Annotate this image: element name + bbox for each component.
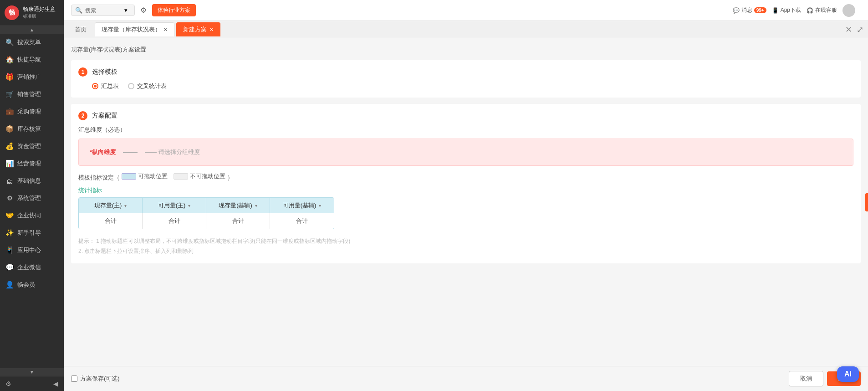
tab-home[interactable]: 首页 [68,23,93,36]
purchase-icon: 💼 [5,108,14,116]
tab-inventory-status[interactable]: 现存量（库存状况表） ✕ [95,22,174,36]
sidebar-item-purchase[interactable]: 💼 采购管理 [0,103,64,120]
resize-handle[interactable] [865,193,868,211]
dimension-required-area: *纵向维度 —— —— 请选择分组维度 [78,139,853,166]
sidebar-item-corp-agreement[interactable]: 🤝 企业协同 [0,207,64,224]
tab-close-inventory[interactable]: ✕ [163,27,168,33]
col-header-1[interactable]: 可用量(主) ▾ [143,198,206,213]
settings-icon[interactable]: ⚙ [5,380,11,387]
phone-icon: 📱 [772,7,779,14]
operations-icon: 📊 [5,159,14,168]
user-avatar[interactable] [842,4,855,17]
main-area: 🔍 ▾ ⚙ 体验行业方案 💬 消息 99+ 📱 App下载 🎧 在线客服 首页 … [64,0,868,391]
dimension-row: *纵向维度 —— —— 请选择分组维度 [90,148,842,156]
app-download-button[interactable]: 📱 App下载 [772,6,801,14]
col-dropdown-0[interactable]: ▾ [124,203,127,208]
col-dropdown-1[interactable]: ▾ [188,203,190,208]
new-guide-icon: ✨ [5,229,14,237]
radio-cross[interactable]: 交叉统计表 [128,82,167,90]
sidebar-item-sales[interactable]: 🛒 销售管理 [0,86,64,103]
col-header-3[interactable]: 可用量(基辅) ▾ [270,198,334,213]
col-header-0[interactable]: 现存量(主) ▾ [79,198,143,213]
sidebar-item-label: 经营管理 [17,159,41,168]
tab-expand-icon[interactable]: ⤢ [857,25,863,35]
settings-gear-icon[interactable]: ⚙ [140,6,147,15]
col-dropdown-3[interactable]: ▾ [319,203,321,208]
radio-summary[interactable]: 汇总表 [92,82,119,90]
save-option: 方案保存(可选) [71,375,785,383]
stats-table: 现存量(主) ▾ 可用量(主) ▾ 现存量(基辅) ▾ 可用量(基辅) [78,197,334,229]
col-body-3: 合计 [270,213,334,229]
sidebar-item-label: 库存核算 [17,125,41,133]
stats-table-header: 现存量(主) ▾ 可用量(主) ▾ 现存量(基辅) ▾ 可用量(基辅) [79,198,334,213]
system-icon: ⚙ [5,194,14,202]
no-drag-position-indicator [174,173,188,180]
sidebar-item-label: 基础信息 [17,177,41,185]
online-service-button[interactable]: 🎧 在线客服 [807,6,837,14]
app-center-icon: 📱 [5,246,14,254]
save-checkbox[interactable] [71,376,77,382]
sidebar-item-operations[interactable]: 📊 经营管理 [0,155,64,172]
template-options: 汇总表 交叉统计表 [92,82,853,90]
corp-weixin-icon: 💬 [5,263,14,272]
sidebar-item-system[interactable]: ⚙ 系统管理 [0,190,64,207]
industry-plan-button[interactable]: 体验行业方案 [152,4,196,16]
radio-summary-circle [92,83,98,89]
stats-section-label: 统计指标 [78,186,853,195]
tab-close-all-icon[interactable]: ✕ [845,25,852,35]
content-footer: 方案保存(可选) 取消 查询 [64,366,868,391]
metrics-label: 模板指标设定（ 可拖动位置 不可拖动位置 ） [78,172,853,182]
search-dropdown-icon[interactable]: ▾ [124,7,128,14]
sidebar-item-inventory[interactable]: 📦 库存核算 [0,120,64,138]
notice-button[interactable]: 💬 消息 99+ [733,6,766,14]
page-title: 现存量(库存状况表)方案设置 [71,46,861,54]
tab-new-plan[interactable]: 新建方案 ✕ [176,22,220,36]
sidebar-item-corp-weixin[interactable]: 💬 企业微信 [0,259,64,276]
sidebar-scroll-down[interactable]: ▼ [0,368,64,376]
summary-dimension-label: 汇总维度（必选） [78,126,853,134]
col-body-1: 合计 [143,213,206,229]
sidebar-item-quick-nav[interactable]: 🏠 快捷导航 [0,51,64,68]
col-body-0: 合计 [79,213,143,229]
sidebar-item-new-guide[interactable]: ✨ 新手引导 [0,224,64,242]
sidebar-scroll-up[interactable]: ▲ [0,26,64,34]
tip-2: 2. 点击标题栏下拉可设置排序、插入列和删除列 [78,247,853,257]
ai-button[interactable]: Ai [837,366,859,382]
step2-header: 2 方案配置 [78,111,853,120]
step1-header: 1 选择模板 [78,67,853,77]
stats-table-body: 合计 合计 合计 合计 [79,213,334,229]
sidebar-item-label: 系统管理 [17,194,41,202]
sidebar-item-label: 企业微信 [17,263,41,272]
sidebar-item-basic-info[interactable]: 🗂 基础信息 [0,172,64,190]
marketing-icon: 🎁 [5,73,14,81]
sidebar-item-marketing[interactable]: 🎁 营销推广 [0,68,64,86]
content-area: 现存量(库存状况表)方案设置 1 选择模板 汇总表 交叉统计表 2 [64,38,868,366]
step2-number: 2 [78,111,87,120]
collapse-icon[interactable]: ◀ [53,380,58,387]
dimension-placeholder: —— 请选择分组维度 [145,148,200,156]
search-menu-icon: 🔍 [5,38,14,46]
basic-info-icon: 🗂 [5,177,14,185]
stats-section: 统计指标 现存量(主) ▾ 可用量(主) ▾ 现存量(基辅) [78,186,853,229]
tip-1: 提示： 1.拖动标题栏可以调整布局，不可跨维度或指标区域拖动栏目字段(只能在同一… [78,237,853,247]
tabbar: 首页 现存量（库存状况表） ✕ 新建方案 ✕ ✕ ⤢ [64,21,868,38]
topbar-search-box[interactable]: 🔍 ▾ [71,5,135,16]
search-input[interactable] [85,7,122,14]
sidebar-item-membership[interactable]: 👤 畅会员 [0,276,64,293]
sidebar-nav: 🔍 搜索菜单 🏠 快捷导航 🎁 营销推广 🛒 销售管理 💼 采购管理 📦 库存核… [0,34,64,368]
sidebar-item-label: 快捷导航 [17,56,41,64]
sidebar-item-label: 营销推广 [17,73,41,81]
radio-cross-circle [128,83,134,89]
step2-section: 2 方案配置 汇总维度（必选） *纵向维度 —— —— 请选择分组维度 模板指标… [71,104,861,263]
sidebar-item-search-menu[interactable]: 🔍 搜索菜单 [0,34,64,51]
col-header-2[interactable]: 现存量(基辅) ▾ [206,198,270,213]
sidebar-item-finance[interactable]: 💰 资金管理 [0,138,64,155]
tab-close-new-plan[interactable]: ✕ [209,27,214,33]
topbar: 🔍 ▾ ⚙ 体验行业方案 💬 消息 99+ 📱 App下载 🎧 在线客服 [64,0,868,21]
col-dropdown-2[interactable]: ▾ [255,203,257,208]
notice-icon: 💬 [733,7,740,14]
sidebar-item-app-center[interactable]: 📱 应用中心 [0,242,64,259]
col-body-2: 合计 [206,213,270,229]
cancel-button[interactable]: 取消 [789,371,823,386]
logo-text: 畅康通好生意 标准版 [23,6,56,20]
